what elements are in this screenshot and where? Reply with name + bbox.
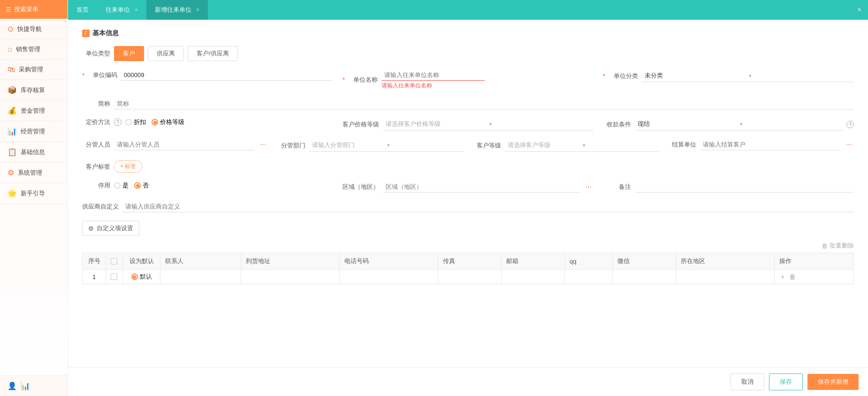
- radio-disabled-no-circle: [134, 182, 141, 189]
- tab-home[interactable]: 首页: [68, 0, 97, 20]
- save-new-button[interactable]: 保存并新增: [807, 374, 859, 390]
- type-btn-supplier[interactable]: 供应离: [148, 46, 184, 61]
- radio-discount[interactable]: 折扣: [125, 118, 146, 126]
- finance-icon: 💰: [8, 106, 17, 115]
- payment-terms-select[interactable]: 现结 ▾: [635, 118, 843, 131]
- sidebar: ☰ 搜索菜单 ⊙ 快捷导航 ⌂ 销售管理 🛍 采购管理 📦 库存核算 💰 资金管…: [0, 0, 68, 396]
- basic-info-icon: 📋: [8, 148, 17, 156]
- unit-type-buttons: 客户 供应离 客户/供应离: [114, 46, 238, 61]
- unit-type-group: 单位类型 客户 供应离 客户/供应离: [82, 46, 854, 61]
- radio-default[interactable]: 默认: [128, 272, 155, 281]
- customer-level-placeholder: 请选择客户等级: [508, 141, 581, 149]
- cell-fax: [438, 270, 501, 284]
- tab-new-partner-close[interactable]: ×: [196, 7, 199, 13]
- content-area: F 基本信息 单位类型 客户 供应离 客户/供应离 * 单位编码 *: [68, 20, 868, 367]
- manager-input[interactable]: [114, 139, 254, 150]
- unit-name-error: 请输入往来单位名称: [381, 82, 594, 90]
- tag-group: 客户标签 + 标签: [82, 160, 854, 173]
- short-name-input[interactable]: [114, 98, 854, 109]
- save-button[interactable]: 保存: [769, 373, 803, 390]
- tag-label: 客户标签: [82, 163, 110, 171]
- type-btn-customer[interactable]: 客户: [114, 46, 144, 61]
- radio-disabled-no-label: 否: [143, 181, 149, 190]
- th-region: 所在地区: [676, 253, 775, 270]
- unit-type-label: 单位类型: [82, 49, 110, 58]
- pricing-help-icon[interactable]: ?: [114, 118, 122, 126]
- cancel-button[interactable]: 取消: [731, 373, 764, 390]
- sidebar-item-inventory-label: 库存核算: [21, 86, 45, 94]
- radio-disabled-yes-circle: [114, 182, 121, 189]
- customer-level-select[interactable]: 请选择客户等级 ▾: [505, 139, 659, 152]
- avatar-icon: 👤: [8, 381, 17, 390]
- region-dots-btn[interactable]: ···: [584, 183, 594, 191]
- radio-disabled-yes[interactable]: 是: [114, 181, 129, 190]
- radio-price-level[interactable]: 价格等级: [152, 118, 184, 126]
- unit-category-select[interactable]: 未分类 ▾: [642, 70, 854, 82]
- cell-check: [106, 270, 123, 284]
- department-label: 分管部门: [277, 141, 305, 150]
- row-add-btn[interactable]: +: [779, 273, 786, 280]
- tab-partners-close[interactable]: ×: [135, 7, 138, 13]
- unit-type-row: 单位类型 客户 供应离 客户/供应离: [82, 46, 854, 61]
- short-name-group: 简称: [82, 98, 854, 109]
- customer-level-label: 客户等级: [473, 141, 501, 150]
- th-phone: 电话号码: [340, 253, 438, 270]
- custom-settings-btn[interactable]: ⚙ 自定义项设置: [82, 221, 139, 236]
- unit-name-required: *: [343, 76, 345, 83]
- sales-icon: ⌂: [8, 45, 12, 54]
- sidebar-item-operations[interactable]: 📊 经营管理: [0, 121, 68, 142]
- region-input[interactable]: [383, 181, 580, 193]
- sidebar-item-purchase[interactable]: 🛍 采购管理: [0, 60, 68, 80]
- supplier-custom-input[interactable]: [122, 201, 854, 212]
- customer-price-level-select[interactable]: 请选择客户价格等级 ▾: [383, 118, 594, 131]
- settlement-unit-input[interactable]: [700, 139, 840, 150]
- tab-home-label: 首页: [76, 6, 89, 14]
- unit-name-label: 单位名称: [350, 76, 378, 84]
- tab-new-partner[interactable]: 新增往来单位 ×: [146, 0, 208, 20]
- sidebar-item-quick-nav[interactable]: ⊙ 快捷导航: [0, 19, 68, 39]
- payment-terms-help-icon[interactable]: ?: [846, 121, 854, 128]
- supplier-custom-row: 供应商自定义: [82, 201, 854, 212]
- unit-category-group: * 单位分类 未分类 ▾: [603, 70, 854, 82]
- remark-input[interactable]: [635, 181, 854, 193]
- tab-partners[interactable]: 往来单位 ×: [97, 0, 146, 20]
- sidebar-item-system[interactable]: ⚙ 系统管理: [0, 163, 68, 183]
- sidebar-item-purchase-label: 采购管理: [19, 65, 43, 74]
- customer-price-level-placeholder: 请选择客户价格等级: [386, 120, 487, 128]
- short-name-label: 简称: [82, 100, 110, 108]
- unit-code-input[interactable]: [121, 70, 333, 81]
- type-btn-both[interactable]: 客户/供应离: [188, 46, 238, 61]
- inventory-icon: 📦: [8, 85, 17, 94]
- th-wechat: 微信: [613, 253, 676, 270]
- sidebar-item-inventory[interactable]: 📦 库存核算: [0, 80, 68, 101]
- customer-price-level-group: 客户价格等级 请选择客户价格等级 ▾: [343, 118, 594, 131]
- manager-dots-btn[interactable]: ···: [258, 140, 268, 149]
- payment-terms-value: 现结: [638, 120, 738, 128]
- row-delete-btn[interactable]: 🗑: [788, 273, 797, 280]
- settlement-unit-dots-btn[interactable]: ···: [844, 140, 854, 149]
- sidebar-search[interactable]: ☰ 搜索菜单: [0, 0, 68, 19]
- user-expand-icon: 📊: [21, 381, 30, 390]
- sidebar-item-finance[interactable]: 💰 资金管理: [0, 101, 68, 121]
- sidebar-search-label: 搜索菜单: [14, 5, 38, 14]
- disabled-region-row: 停用 是 否 区域（地区） ··· 备注: [82, 181, 854, 193]
- th-fax: 传真: [438, 253, 501, 270]
- row-checkbox[interactable]: [111, 273, 117, 280]
- unit-code-group: * 单位编码: [82, 70, 333, 81]
- operations-icon: 📊: [8, 127, 17, 136]
- code-name-category-row: * 单位编码 * 单位名称 请输入往来单位名称 * 单位分类 未分类 ▾: [82, 70, 854, 90]
- unit-name-wrapper: 请输入往来单位名称: [381, 70, 594, 90]
- cell-region: [676, 270, 775, 284]
- radio-disabled-no[interactable]: 否: [134, 181, 149, 190]
- sidebar-item-sales[interactable]: ⌂ 销售管理: [0, 39, 68, 60]
- select-all-checkbox[interactable]: [111, 258, 117, 264]
- sidebar-item-basic-info[interactable]: 📋 基础信息: [0, 142, 68, 163]
- sidebar-bottom: 👤 📊: [0, 375, 68, 396]
- sidebar-item-guide[interactable]: 🌟 新手引导: [0, 183, 68, 204]
- th-qq: qq: [565, 253, 613, 270]
- tab-bar-close-all[interactable]: ×: [857, 6, 861, 14]
- department-select[interactable]: 请输入分管部门 ▾: [309, 139, 463, 152]
- customer-price-level-label: 客户价格等级: [343, 120, 379, 129]
- tag-add-btn[interactable]: + 标签: [114, 160, 142, 173]
- unit-name-input[interactable]: [381, 70, 485, 81]
